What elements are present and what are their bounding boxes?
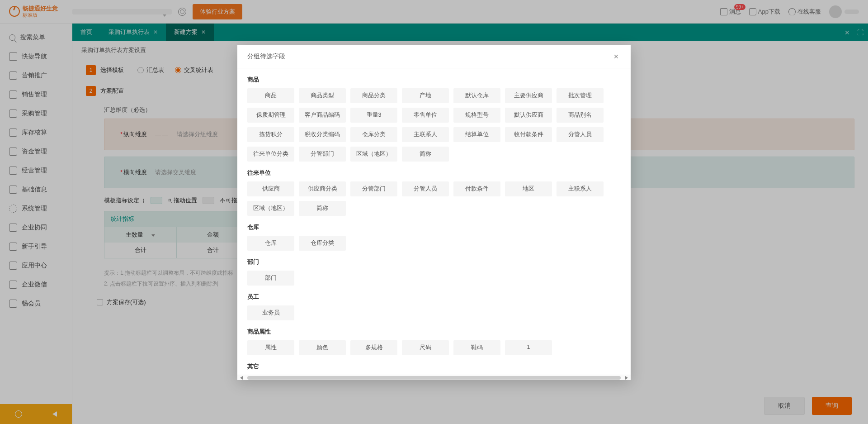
field-group-title: 仓库	[247, 223, 621, 231]
field-tag[interactable]: 客户商品编码	[299, 108, 346, 123]
field-tag[interactable]: 部门	[247, 271, 294, 286]
field-tag[interactable]: 区域（地区）	[350, 147, 397, 162]
field-group: 仓库仓库仓库分类	[247, 223, 621, 251]
field-tag[interactable]: 付款条件	[453, 181, 500, 196]
field-list: 仓库仓库分类	[247, 236, 621, 251]
field-list: 业务员	[247, 305, 621, 320]
field-tag[interactable]: 仓库分类	[299, 236, 346, 251]
modal-close-icon[interactable]: ✕	[612, 53, 621, 60]
field-group-title: 往来单位	[247, 169, 621, 177]
field-tag[interactable]: 分管部门	[350, 181, 397, 196]
field-tag[interactable]: 商品类型	[299, 88, 346, 103]
field-tag[interactable]: 默认供应商	[505, 108, 552, 123]
field-tag[interactable]: 供应商	[247, 181, 294, 196]
field-tag[interactable]: 分管人员	[402, 181, 449, 196]
field-tag[interactable]: 主联系人	[557, 181, 604, 196]
field-tag[interactable]: 属性	[247, 340, 294, 355]
field-list: 部门	[247, 271, 621, 286]
field-tag[interactable]: 税收分类编码	[299, 127, 346, 142]
field-list: 商品商品类型商品分类产地默认仓库主要供应商批次管理保质期管理客户商品编码重量3零…	[247, 88, 621, 162]
field-tag[interactable]: 结算单位	[453, 127, 500, 142]
field-tag[interactable]: 收付款条件	[505, 127, 552, 142]
field-tag[interactable]: 商品别名	[557, 108, 604, 123]
field-tag[interactable]: 尺码	[402, 340, 449, 355]
field-group-title: 部门	[247, 258, 621, 266]
field-group-title: 其它	[247, 362, 621, 371]
field-group-title: 商品属性	[247, 328, 621, 336]
field-tag[interactable]: 鞋码	[453, 340, 500, 355]
field-group: 往来单位供应商供应商分类分管部门分管人员付款条件地区主联系人区域（地区）简称	[247, 169, 621, 216]
field-tag[interactable]: 拣货积分	[247, 127, 294, 142]
field-group: 部门部门	[247, 258, 621, 286]
field-tag[interactable]: 简称	[402, 147, 449, 162]
modal-scrollbar[interactable]	[237, 375, 631, 380]
field-tag[interactable]: 默认仓库	[453, 88, 500, 103]
field-tag[interactable]: 往来单位分类	[247, 147, 294, 162]
field-tag[interactable]: 简称	[299, 201, 346, 216]
field-tag[interactable]: 产地	[402, 88, 449, 103]
field-tag[interactable]: 保质期管理	[247, 108, 294, 123]
field-tag[interactable]: 商品分类	[350, 88, 397, 103]
field-group-title: 员工	[247, 293, 621, 301]
scroll-left-icon	[240, 376, 243, 380]
field-tag[interactable]: 1	[505, 340, 552, 355]
field-group: 其它	[247, 362, 621, 375]
field-list: 属性颜色多规格尺码鞋码1	[247, 340, 621, 355]
field-group: 商品商品商品类型商品分类产地默认仓库主要供应商批次管理保质期管理客户商品编码重量…	[247, 76, 621, 162]
field-tag[interactable]: 多规格	[350, 340, 397, 355]
modal-mask: 分组待选字段 ✕ 商品商品商品类型商品分类产地默认仓库主要供应商批次管理保质期管…	[0, 0, 868, 424]
field-tag[interactable]: 业务员	[247, 305, 294, 320]
field-group-title: 商品	[247, 76, 621, 84]
field-tag[interactable]: 颜色	[299, 340, 346, 355]
scroll-right-icon	[625, 376, 628, 380]
field-group: 商品属性属性颜色多规格尺码鞋码1	[247, 328, 621, 355]
field-group: 员工业务员	[247, 293, 621, 320]
field-list: 供应商供应商分类分管部门分管人员付款条件地区主联系人区域（地区）简称	[247, 181, 621, 216]
field-tag[interactable]: 主要供应商	[505, 88, 552, 103]
modal-title: 分组待选字段	[247, 52, 285, 61]
field-tag[interactable]: 分管人员	[557, 127, 604, 142]
field-tag[interactable]: 区域（地区）	[247, 201, 294, 216]
field-tag[interactable]: 批次管理	[557, 88, 604, 103]
field-tag[interactable]: 规格型号	[453, 108, 500, 123]
field-tag[interactable]: 供应商分类	[299, 181, 346, 196]
field-tag[interactable]: 分管部门	[299, 147, 346, 162]
field-tag[interactable]: 仓库分类	[350, 127, 397, 142]
field-tag[interactable]: 重量3	[350, 108, 397, 123]
field-selector-modal: 分组待选字段 ✕ 商品商品商品类型商品分类产地默认仓库主要供应商批次管理保质期管…	[237, 45, 631, 380]
modal-body[interactable]: 商品商品商品类型商品分类产地默认仓库主要供应商批次管理保质期管理客户商品编码重量…	[237, 68, 631, 375]
field-tag[interactable]: 商品	[247, 88, 294, 103]
field-tag[interactable]: 仓库	[247, 236, 294, 251]
field-tag[interactable]: 主联系人	[402, 127, 449, 142]
field-tag[interactable]: 零售单位	[402, 108, 449, 123]
field-tag[interactable]: 地区	[505, 181, 552, 196]
